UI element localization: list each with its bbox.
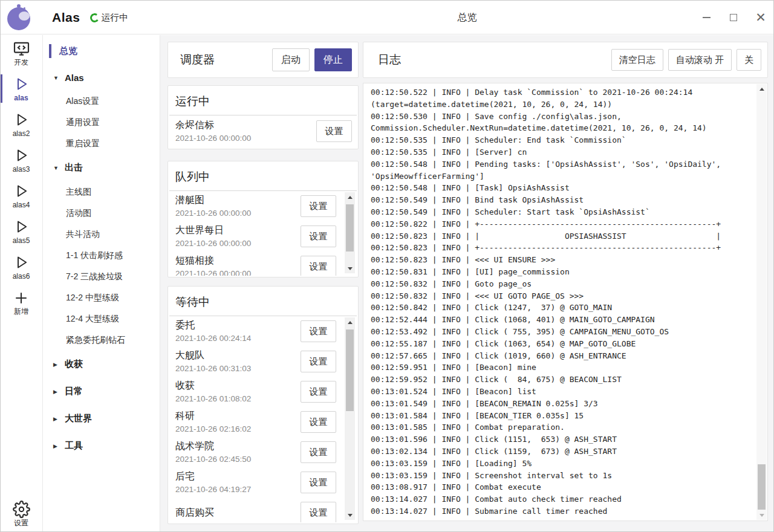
menu-section-header[interactable]: ▶收获 bbox=[44, 351, 160, 378]
menu-item-overview[interactable]: 总览 bbox=[44, 42, 160, 60]
rail-item-alas5[interactable]: alas5 bbox=[0, 213, 42, 249]
play-icon bbox=[12, 146, 30, 164]
rail-item-dev[interactable]: 开发 bbox=[0, 35, 42, 71]
task-settings-button[interactable]: 设置 bbox=[301, 502, 336, 522]
rail-item-alas4[interactable]: alas4 bbox=[0, 178, 42, 213]
task-settings-button[interactable]: 设置 bbox=[301, 351, 336, 372]
task-row: 大世界每日2021-10-26 00:00:00设置 bbox=[168, 221, 340, 251]
maximize-button[interactable] bbox=[729, 13, 738, 22]
menu-item[interactable]: 12-4 大型练级 bbox=[44, 308, 160, 329]
log-text: 00:12:50.522 | INFO | Delay task `Commis… bbox=[363, 83, 767, 517]
scroll-up-icon[interactable] bbox=[345, 192, 355, 202]
task-settings-button[interactable]: 设置 bbox=[301, 320, 336, 342]
task-settings-button[interactable]: 设置 bbox=[301, 472, 336, 493]
menu-section-header[interactable]: ▶工具 bbox=[44, 432, 160, 459]
pending-scrollbar[interactable] bbox=[345, 192, 355, 273]
task-settings-button[interactable]: 设置 bbox=[301, 381, 336, 403]
menu-item[interactable]: 1-1 伏击刷好感 bbox=[44, 245, 160, 266]
task-settings-button[interactable]: 设置 bbox=[301, 411, 336, 433]
rail-item-alas3[interactable]: alas3 bbox=[0, 142, 42, 178]
menu-item[interactable]: 通用设置 bbox=[44, 112, 160, 133]
task-next-run-time: 2021-10-26 00:00:00 bbox=[175, 268, 251, 276]
rail-item-label: alas4 bbox=[13, 201, 30, 209]
menu-section-label: 大世界 bbox=[65, 413, 92, 424]
menu-item[interactable]: 7-2 三战捡垃圾 bbox=[44, 266, 160, 287]
task-row: 余烬信标2021-10-26 00:00:00设置 bbox=[168, 115, 358, 147]
stop-button[interactable]: 停止 bbox=[314, 48, 352, 71]
rail-item-label: alas2 bbox=[13, 129, 30, 138]
rail-item-settings[interactable]: 设置 bbox=[0, 496, 42, 531]
scrollbar-thumb[interactable] bbox=[346, 204, 354, 251]
menu-section-header[interactable]: ▶日常 bbox=[44, 378, 160, 405]
scrollbar-thumb[interactable] bbox=[758, 464, 766, 510]
rail-item-label: 新增 bbox=[14, 307, 28, 316]
play-icon bbox=[12, 75, 30, 93]
waiting-scrollbar[interactable] bbox=[345, 317, 355, 520]
scroll-up-icon[interactable] bbox=[756, 84, 767, 94]
task-next-run-time: 2021-10-26 04:19:27 bbox=[175, 484, 251, 495]
rail-item-alas2[interactable]: alas2 bbox=[0, 106, 42, 142]
rail-item-alas6[interactable]: alas6 bbox=[0, 249, 42, 285]
task-next-run-time: 2021-10-26 02:45:50 bbox=[175, 454, 251, 464]
window-controls: ✕ bbox=[701, 0, 766, 34]
task-row: 战术学院2021-10-26 02:45:50设置 bbox=[168, 437, 340, 467]
log-title: 日志 bbox=[378, 52, 401, 68]
scroll-down-icon[interactable] bbox=[345, 510, 355, 520]
menu-section-label: Alas bbox=[65, 73, 84, 83]
task-next-run-time: 2021-10-26 00:31:03 bbox=[175, 363, 251, 374]
task-name: 科研 bbox=[175, 410, 251, 422]
play-icon bbox=[12, 182, 30, 200]
task-settings-button[interactable]: 设置 bbox=[301, 225, 336, 247]
play-icon bbox=[12, 111, 30, 129]
code-monitor-icon bbox=[13, 40, 30, 57]
task-row: 大舰队2021-10-26 00:31:03设置 bbox=[168, 346, 340, 377]
task-settings-button[interactable]: 设置 bbox=[316, 120, 352, 142]
task-settings-button[interactable]: 设置 bbox=[301, 195, 336, 217]
log-scrollbar[interactable] bbox=[756, 84, 767, 520]
scroll-down-icon[interactable] bbox=[345, 264, 355, 273]
task-settings-button[interactable]: 设置 bbox=[301, 256, 336, 276]
plus-icon bbox=[13, 290, 30, 307]
autoscroll-on-button[interactable]: 自动滚动 开 bbox=[668, 49, 732, 71]
task-next-run-time: 2021-10-26 02:16:02 bbox=[175, 424, 251, 434]
start-button[interactable]: 启动 bbox=[272, 48, 310, 71]
task-name: 大舰队 bbox=[175, 349, 251, 362]
scheduler-panel: 调度器 启动 停止 bbox=[167, 42, 359, 78]
close-button[interactable]: ✕ bbox=[756, 13, 766, 22]
menu-item[interactable]: 主线图 bbox=[44, 181, 160, 203]
menu-item[interactable]: 活动图 bbox=[44, 203, 160, 224]
menu-item[interactable]: 12-2 中型练级 bbox=[44, 287, 160, 308]
autoscroll-off-button[interactable]: 关 bbox=[737, 49, 761, 71]
menu-item[interactable]: 紧急委托刷钻石 bbox=[44, 329, 160, 351]
task-name: 余烬信标 bbox=[175, 119, 251, 131]
caret-down-icon: ▼ bbox=[53, 165, 59, 171]
menu-item[interactable]: 重启设置 bbox=[44, 133, 160, 154]
task-name: 潜艇图 bbox=[175, 194, 251, 206]
menu-item[interactable]: 共斗活动 bbox=[44, 224, 160, 245]
rail-item-label: alas3 bbox=[13, 165, 30, 174]
scrollbar-thumb[interactable] bbox=[346, 329, 354, 411]
rail-item-add[interactable]: 新增 bbox=[0, 285, 42, 320]
pending-panel: 队列中 潜艇图2021-10-26 00:00:00设置大世界每日2021-10… bbox=[167, 161, 359, 277]
log-output: 00:12:50.522 | INFO | Delay task `Commis… bbox=[363, 83, 768, 521]
clear-log-button[interactable]: 清空日志 bbox=[611, 49, 663, 71]
waiting-panel: 等待中 委托2021-10-26 00:24:14设置大舰队2021-10-26… bbox=[167, 286, 359, 524]
task-settings-button[interactable]: 设置 bbox=[301, 441, 336, 463]
pending-title: 队列中 bbox=[168, 161, 358, 190]
running-spinner-icon bbox=[89, 12, 100, 22]
scroll-up-icon[interactable] bbox=[345, 317, 355, 327]
task-name: 战术学院 bbox=[175, 440, 251, 452]
menu-section-header[interactable]: ▼Alas bbox=[44, 65, 160, 91]
minimize-button[interactable] bbox=[701, 13, 711, 22]
rail-item-label: 开发 bbox=[14, 58, 28, 66]
rail-item-alas[interactable]: alas bbox=[0, 71, 42, 106]
menu-section-header[interactable]: ▼出击 bbox=[44, 154, 160, 181]
task-next-run-time: 2021-10-26 00:00:00 bbox=[175, 238, 251, 248]
menu-section-label: 工具 bbox=[65, 440, 83, 452]
menu-section-header[interactable]: ▶大世界 bbox=[44, 405, 160, 432]
menu-item[interactable]: Alas设置 bbox=[44, 91, 160, 112]
scroll-down-icon[interactable] bbox=[756, 510, 767, 520]
task-row: 商店购买设置 bbox=[168, 498, 340, 522]
task-row: 短猫相接2021-10-26 00:00:00设置 bbox=[168, 251, 340, 276]
titlebar: Alas 运行中 总览 ✕ bbox=[0, 0, 774, 34]
